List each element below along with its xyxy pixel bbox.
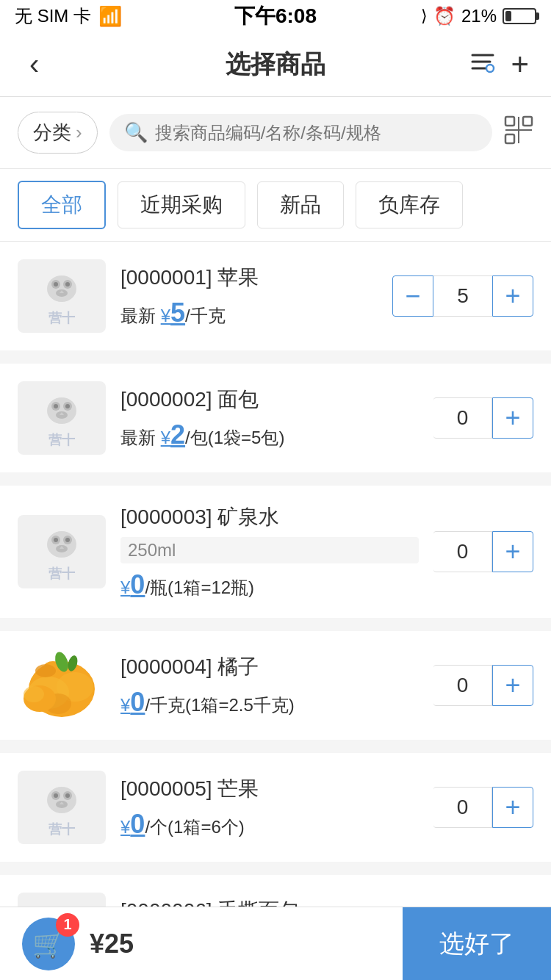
svg-point-43 — [54, 793, 58, 798]
filter-bar: 分类 › 🔍 — [0, 97, 551, 169]
add-button[interactable]: + — [511, 47, 529, 82]
svg-point-39 — [24, 686, 44, 702]
product-price-2: 最新 ¥2/包(1袋=5包) — [120, 419, 419, 450]
product-item-1: 营十 [0000001] 苹果 最新 ¥5/千克 − + — [0, 242, 551, 350]
increase-button-1[interactable]: + — [492, 275, 533, 317]
tab-all[interactable]: 全部 — [18, 181, 106, 229]
increase-button-2[interactable]: + — [492, 397, 533, 439]
product-info-4: [0000004] 橘子 ¥0/千克(1箱=2.5千克) — [120, 653, 419, 718]
product-info-5: [0000005] 芒果 ¥0/个(1箱=6个) — [120, 775, 419, 840]
search-input[interactable] — [155, 123, 478, 143]
owl-logo-icon-2 — [40, 387, 84, 431]
product-item-3: 营十 [0000003] 矿泉水 250ml ¥0/瓶(1箱=12瓶) + — [0, 486, 551, 618]
product-item-2: 营十 [0000002] 面包 最新 ¥2/包(1袋=5包) + — [0, 364, 551, 472]
quantity-input-2[interactable] — [433, 397, 492, 439]
scan-icon[interactable] — [504, 115, 533, 151]
increase-button-4[interactable]: + — [492, 665, 533, 706]
svg-point-20 — [65, 404, 70, 408]
product-name-2: [0000002] 面包 — [120, 386, 419, 414]
svg-point-12 — [54, 282, 58, 287]
owl-logo-icon — [40, 265, 84, 309]
back-button[interactable]: ‹ — [22, 40, 46, 88]
owl-logo-icon-5 — [40, 777, 84, 821]
svg-rect-5 — [523, 117, 532, 126]
tab-recent-purchase[interactable]: 近期采购 — [118, 181, 245, 228]
status-time: 下午6:08 — [234, 2, 317, 30]
product-image-4 — [18, 649, 106, 722]
tab-new[interactable]: 新品 — [257, 181, 344, 228]
product-image-5: 营十 — [18, 771, 106, 844]
tab-bar: 全部 近期采购 新品 负库存 — [0, 169, 551, 242]
category-label: 分类 — [33, 120, 71, 145]
product-controls-2: + — [433, 397, 533, 439]
battery-percent: 21% — [461, 6, 497, 26]
product-controls-3: + — [433, 531, 533, 572]
product-name-5: [0000005] 芒果 — [120, 775, 419, 803]
confirm-button[interactable]: 选好了 — [403, 907, 551, 980]
orange-fruit-image — [18, 649, 106, 722]
decrease-button-1[interactable]: − — [392, 275, 433, 317]
product-controls-1: − + — [392, 275, 533, 317]
svg-point-13 — [65, 282, 70, 287]
owl-logo-icon-3 — [40, 521, 84, 565]
product-price-5: ¥0/个(1箱=6个) — [120, 809, 419, 840]
svg-point-3 — [486, 65, 494, 72]
nav-right-actions: + — [469, 47, 529, 82]
status-bar: 无 SIM 卡 📶 下午6:08 ⟩ ⏰ 21% — [0, 0, 551, 32]
quantity-input-1[interactable] — [433, 275, 492, 317]
product-name-1: [0000001] 苹果 — [120, 264, 378, 292]
cart-section: 1 🛒 ¥25 — [0, 918, 403, 970]
page-title: 选择商品 — [226, 48, 325, 82]
cart-total: ¥25 — [90, 929, 134, 959]
product-controls-5: + — [433, 787, 533, 828]
svg-point-35 — [35, 664, 56, 677]
product-name-3: [0000003] 矿泉水 — [120, 503, 419, 531]
quantity-input-3[interactable] — [433, 531, 492, 572]
product-spec-3: 250ml — [120, 537, 419, 563]
category-button[interactable]: 分类 › — [18, 112, 98, 154]
product-list: 营十 [0000001] 苹果 最新 ¥5/千克 − + — [0, 242, 551, 980]
tab-negative-stock[interactable]: 负库存 — [356, 181, 463, 228]
product-item-5: 营十 [0000005] 芒果 ¥0/个(1箱=6个) + — [0, 753, 551, 862]
product-info-2: [0000002] 面包 最新 ¥2/包(1袋=5包) — [120, 386, 419, 450]
svg-rect-4 — [505, 117, 514, 126]
increase-button-5[interactable]: + — [492, 787, 533, 828]
location-icon: ⟩ — [421, 7, 428, 26]
status-left: 无 SIM 卡 📶 — [15, 4, 122, 28]
cart-icon-button[interactable]: 1 🛒 — [22, 918, 75, 970]
search-box: 🔍 — [109, 114, 492, 151]
product-price-4: ¥0/千克(1箱=2.5千克) — [120, 687, 419, 718]
product-image-2: 营十 — [18, 381, 106, 455]
svg-point-19 — [54, 404, 58, 408]
svg-point-27 — [65, 538, 70, 542]
svg-rect-6 — [505, 134, 514, 143]
svg-point-16 — [47, 397, 76, 424]
product-info-3: [0000003] 矿泉水 250ml ¥0/瓶(1箱=12瓶) — [120, 503, 419, 600]
svg-point-44 — [65, 793, 70, 798]
search-icon: 🔍 — [124, 121, 148, 144]
filter-icon[interactable] — [469, 49, 496, 80]
product-item-4: [0000004] 橘子 ¥0/千克(1箱=2.5千克) + — [0, 631, 551, 740]
increase-button-3[interactable]: + — [492, 531, 533, 572]
alarm-icon: ⏰ — [433, 6, 455, 26]
product-price-1: 最新 ¥5/千克 — [120, 298, 378, 328]
product-name-4: [0000004] 橘子 — [120, 653, 419, 681]
quantity-input-4[interactable] — [433, 665, 492, 706]
product-controls-4: + — [433, 665, 533, 706]
svg-point-40 — [47, 787, 76, 813]
svg-point-26 — [54, 538, 58, 542]
category-chevron: › — [76, 121, 82, 144]
battery-icon — [503, 8, 536, 24]
cart-badge: 1 — [56, 913, 79, 937]
product-image-3: 营十 — [18, 515, 106, 588]
carrier-label: 无 SIM 卡 — [15, 4, 91, 28]
product-info-1: [0000001] 苹果 最新 ¥5/千克 — [120, 264, 378, 328]
bottom-bar: 1 🛒 ¥25 选好了 — [0, 907, 551, 980]
quantity-input-5[interactable] — [433, 787, 492, 828]
product-image-1: 营十 — [18, 259, 106, 333]
svg-point-9 — [47, 275, 76, 302]
product-price-3: ¥0/瓶(1箱=12瓶) — [120, 569, 419, 600]
status-right: ⟩ ⏰ 21% — [421, 6, 536, 26]
nav-bar: ‹ 选择商品 + — [0, 32, 551, 97]
wifi-icon: 📶 — [98, 5, 122, 28]
